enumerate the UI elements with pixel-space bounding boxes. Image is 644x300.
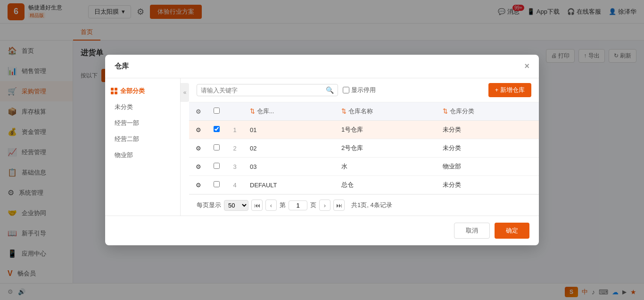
modal-body: 全部分类 未分类 经营一部 经营二部 物业部 « 🔍 <box>105 78 539 216</box>
row-code: 03 <box>244 158 336 176</box>
col-gear: ⚙ <box>189 102 208 121</box>
modal-close-btn[interactable]: × <box>524 61 529 71</box>
category-all[interactable]: 全部分类 <box>105 83 180 99</box>
col-num-header <box>225 102 244 121</box>
per-page-select[interactable]: 50 100 <box>224 200 248 211</box>
modal-action-footer: 取消 确定 <box>105 216 539 245</box>
sort-cat-icon: ⇅ <box>443 108 450 115</box>
modal-overlay: 仓库 × 全部分类 未分类 经营一部 经营二部 物业部 <box>0 0 644 300</box>
confirm-button[interactable]: 确定 <box>495 223 529 239</box>
row-code: DEFAULT <box>244 176 336 194</box>
select-all-checkbox[interactable] <box>214 108 220 114</box>
row-num: 1 <box>225 121 244 139</box>
modal-header: 仓库 × <box>105 55 539 78</box>
category-sidebar: 全部分类 未分类 经营一部 经营二部 物业部 <box>105 78 181 216</box>
modal-pagination: 每页显示 50 100 ⏮ ‹ 第 页 › ⏭ 共1页, 4条记录 <box>189 194 539 216</box>
all-categories-label: 全部分类 <box>120 87 145 95</box>
row-checkbox[interactable] <box>208 121 225 139</box>
row-num: 4 <box>225 176 244 194</box>
cat-item-dept1[interactable]: 经营一部 <box>105 115 180 131</box>
col-check <box>208 102 225 121</box>
cat-item-dept2[interactable]: 经营二部 <box>105 131 180 147</box>
cat-item-uncategorized[interactable]: 未分类 <box>105 99 180 115</box>
col-name-header[interactable]: ⇅ 仓库名称 <box>336 102 438 121</box>
row-num: 3 <box>225 158 244 176</box>
show-disabled-label[interactable]: 显示停用 <box>343 86 376 94</box>
sort-code-icon: ⇅ <box>250 108 257 115</box>
search-icon: 🔍 <box>326 86 334 94</box>
cancel-button[interactable]: 取消 <box>454 223 490 239</box>
show-disabled-checkbox[interactable] <box>343 87 349 93</box>
col-category-header[interactable]: ⇅ 仓库分类 <box>437 102 539 121</box>
modal-toolbar: 🔍 显示停用 + 新增仓库 <box>189 78 539 102</box>
page-label: 第 <box>280 201 286 209</box>
collapse-sidebar-btn[interactable]: « <box>181 83 189 102</box>
row-gear[interactable]: ⚙ <box>189 139 208 158</box>
row-num: 2 <box>225 139 244 158</box>
page-suffix: 页 <box>310 201 316 209</box>
row-checkbox[interactable] <box>208 158 225 176</box>
row-gear[interactable]: ⚙ <box>189 176 208 194</box>
table-row[interactable]: ⚙ 2 02 2号仓库 未分类 <box>189 139 539 158</box>
next-page-btn[interactable]: › <box>319 200 330 211</box>
prev-page-btn[interactable]: ‹ <box>265 200 277 211</box>
row-name: 总仓 <box>336 176 438 194</box>
row-category: 未分类 <box>437 176 539 194</box>
last-page-btn[interactable]: ⏭ <box>333 200 345 211</box>
row-name: 水 <box>336 158 438 176</box>
row-checkbox[interactable] <box>208 139 225 158</box>
row-category: 未分类 <box>437 139 539 158</box>
row-checkbox[interactable] <box>208 176 225 194</box>
search-box: 🔍 <box>197 84 338 96</box>
table-row[interactable]: ⚙ 3 03 水 物业部 <box>189 158 539 176</box>
row-gear[interactable]: ⚙ <box>189 158 208 176</box>
search-input[interactable] <box>201 87 326 94</box>
first-page-btn[interactable]: ⏮ <box>251 200 263 211</box>
row-code: 02 <box>244 139 336 158</box>
cat-item-property[interactable]: 物业部 <box>105 147 180 163</box>
table-row[interactable]: ⚙ 1 01 1号仓库 未分类 <box>189 121 539 139</box>
row-category: 未分类 <box>437 121 539 139</box>
warehouse-modal: 仓库 × 全部分类 未分类 经营一部 经营二部 物业部 <box>105 55 539 245</box>
page-input[interactable] <box>289 200 307 210</box>
warehouse-table: ⚙ ⇅ 仓库... <box>189 102 539 194</box>
add-warehouse-btn[interactable]: + 新增仓库 <box>488 83 531 97</box>
col-code-header[interactable]: ⇅ 仓库... <box>244 102 336 121</box>
row-code: 01 <box>244 121 336 139</box>
row-name: 2号仓库 <box>336 139 438 158</box>
row-gear[interactable]: ⚙ <box>189 121 208 139</box>
row-category: 物业部 <box>437 158 539 176</box>
table-row[interactable]: ⚙ 4 DEFAULT 总仓 未分类 <box>189 176 539 194</box>
modal-title: 仓库 <box>115 62 129 71</box>
per-page-label: 每页显示 <box>197 201 221 209</box>
row-name: 1号仓库 <box>336 121 438 139</box>
modal-main: 🔍 显示停用 + 新增仓库 ⚙ <box>189 78 539 216</box>
total-records: 共1页, 4条记录 <box>351 201 392 209</box>
sort-name-icon: ⇅ <box>341 108 348 115</box>
